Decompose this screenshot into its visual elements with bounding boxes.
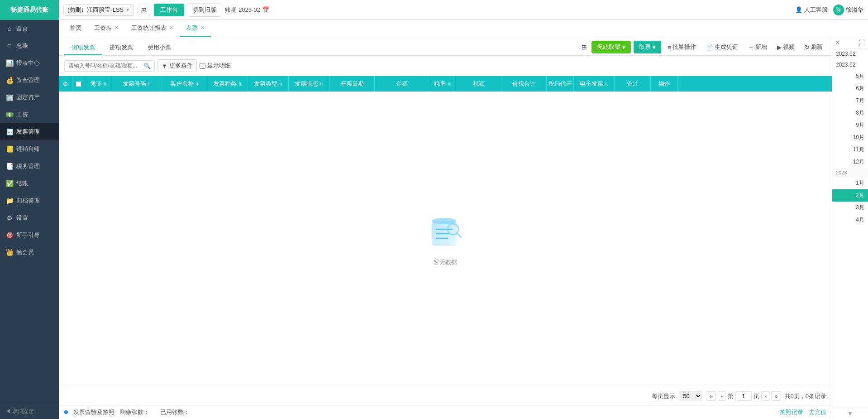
- per-page-select[interactable]: 50 100 200: [679, 391, 702, 401]
- table-footer: 每页显示 50 100 200 « ‹ 第 页 › » 共0页，0条记录: [59, 387, 832, 405]
- first-page-button[interactable]: «: [706, 391, 715, 401]
- tab-invoice[interactable]: 发票 ✕: [180, 20, 211, 37]
- date-month-10[interactable]: 10月: [832, 131, 868, 144]
- date-month-6[interactable]: 6月: [832, 82, 868, 95]
- topbar: (勿删）江西服宝-LSS ▼ ⊞ 工作台 切到旧版 账期 2023-02 📅 👤…: [59, 0, 868, 20]
- sub-tabs-actions: ⊞ 无此取票 ▾ 取票 ▾ ≡ 批量操作 📄 生成凭: [580, 41, 826, 55]
- th-voucher[interactable]: 凭证 ⇅: [85, 76, 112, 92]
- last-page-button[interactable]: »: [771, 391, 781, 401]
- company-selector[interactable]: (勿删）江西服宝-LSS ▼: [63, 4, 134, 16]
- sidebar-item-tax[interactable]: 📑 税务管理: [0, 158, 59, 175]
- tab-salary-close[interactable]: ✕: [114, 25, 119, 31]
- sidebar-item-member[interactable]: 👑 畅会员: [0, 244, 59, 261]
- sidebar-item-archive[interactable]: 📁 归档管理: [0, 192, 59, 209]
- th-customer[interactable]: 客户名称 ⇅: [162, 76, 207, 92]
- workbench-button[interactable]: 工作台: [154, 4, 184, 16]
- video-button[interactable]: ▶ 视频: [773, 41, 798, 53]
- date-month-5[interactable]: 5月: [832, 70, 868, 82]
- show-detail-check[interactable]: [200, 63, 205, 69]
- sidebar-item-assets[interactable]: 🏢 固定资产: [0, 89, 59, 106]
- tab-salary-stats-close[interactable]: ✕: [169, 25, 173, 31]
- th-tax-rate[interactable]: 税率 ⇅: [429, 76, 456, 92]
- date-month-3[interactable]: 3月: [832, 202, 868, 214]
- table-body: 暂无数据: [59, 92, 832, 387]
- date-month-11[interactable]: 11月: [832, 144, 868, 156]
- date-panel-scroll-down[interactable]: ▼: [847, 410, 854, 417]
- th-invoice-no[interactable]: 发票号码 ⇅: [112, 76, 162, 92]
- date-month-4[interactable]: 4月: [832, 214, 868, 226]
- prev-page-button[interactable]: ‹: [718, 391, 726, 401]
- show-detail-label: 显示明细: [207, 62, 231, 70]
- member-icon: 👑: [5, 249, 14, 256]
- sort-icon: ⇅: [148, 82, 151, 87]
- more-conditions-button[interactable]: ▼ 更多条件: [157, 59, 197, 72]
- archive-icon: 📁: [5, 197, 14, 204]
- sidebar-item-funds[interactable]: 💰 资金管理: [0, 72, 59, 89]
- th-invoice-type[interactable]: 发票种类 ⇅: [207, 76, 248, 92]
- customer-service[interactable]: 👤 人工客服: [795, 6, 828, 14]
- th-checkbox[interactable]: [72, 76, 85, 92]
- batch-ops-button[interactable]: ≡ 批量操作: [664, 41, 700, 53]
- invoice-panel: 销项发票 进项发票 费用小票 ⊞ 无此取票 ▾ 取票 ▾ ≡ 批量操作: [59, 37, 832, 419]
- generate-voucher-button[interactable]: 📄 生成凭证: [702, 41, 742, 53]
- user-profile[interactable]: 徐 徐溢华: [833, 5, 863, 15]
- assets-icon: 🏢: [5, 94, 14, 101]
- th-total: 价税合计: [501, 76, 547, 92]
- tab-invoice-close[interactable]: ✕: [200, 25, 205, 31]
- settings-icon: ⚙: [5, 214, 14, 222]
- tab-home[interactable]: 首页: [63, 20, 88, 37]
- get-invoice-label: 取票: [639, 43, 651, 51]
- sub-tab-receipt[interactable]: 费用小票: [140, 41, 178, 55]
- sub-tab-incoming[interactable]: 进项发票: [102, 41, 140, 55]
- sidebar-item-settings[interactable]: ⚙ 设置: [0, 209, 59, 226]
- no-invoice-button[interactable]: 无此取票 ▾: [591, 41, 631, 53]
- grid-view-icon[interactable]: ⊞: [580, 42, 589, 53]
- sidebar-item-ledger[interactable]: ≡ 总账: [0, 37, 59, 54]
- sidebar-item-reports[interactable]: 📊 报表中心: [0, 54, 59, 72]
- date-month-8[interactable]: 8月: [832, 107, 868, 119]
- sub-tabs: 销项发票 进项发票 费用小票 ⊞ 无此取票 ▾ 取票 ▾ ≡ 批量操作: [59, 37, 832, 56]
- table-header: ⚙ 凭证 ⇅ 发票号码 ⇅ 客户名称 ⇅: [59, 76, 832, 92]
- th-settings[interactable]: ⚙: [59, 76, 72, 92]
- sidebar-item-invoice[interactable]: 🧾 发票管理: [0, 123, 59, 140]
- tab-salary-stats[interactable]: 工资统计报表 ✕: [125, 20, 180, 37]
- sidebar-item-salary[interactable]: 💵 工资: [0, 106, 59, 123]
- page-number-input[interactable]: [735, 391, 752, 401]
- tab-salary-table[interactable]: 工资表 ✕: [88, 20, 125, 37]
- chevron-down-icon: ▼: [125, 7, 130, 12]
- date-month-12[interactable]: 12月: [832, 156, 868, 168]
- sub-tab-outgoing[interactable]: 销项发票: [64, 41, 102, 55]
- per-page-label: 每页显示: [652, 392, 675, 400]
- date-full-2023-02-alt[interactable]: 2023.02: [832, 59, 868, 70]
- photo-record-link[interactable]: 拍照记录: [780, 408, 803, 416]
- sidebar-item-sales-ledger[interactable]: 📒 进销台账: [0, 140, 59, 158]
- search-input[interactable]: [68, 63, 142, 69]
- settings-icon-btn[interactable]: ⊞: [138, 4, 150, 16]
- th-invoice-status[interactable]: 发票状态 ⇅: [289, 76, 329, 92]
- sidebar-item-close-accounts[interactable]: ✅ 结账: [0, 175, 59, 192]
- new-invoice-button[interactable]: ＋ 新增: [744, 41, 771, 53]
- switch-version-button[interactable]: 切到旧版: [188, 3, 221, 17]
- select-all-checkbox[interactable]: [76, 81, 81, 87]
- period-info: 账期 2023-02 📅: [225, 6, 269, 14]
- service-icon: 👤: [795, 6, 802, 13]
- th-invoice-category[interactable]: 发票类型 ⇅: [248, 76, 289, 92]
- date-month-7[interactable]: 7月: [832, 95, 868, 107]
- date-panel-expand-icon[interactable]: ⛶: [859, 39, 865, 46]
- sidebar-pin-toggle[interactable]: ◀ 取消固定: [0, 404, 59, 419]
- date-month-2-active[interactable]: 2月: [832, 189, 868, 202]
- date-month-1[interactable]: 1月: [832, 177, 868, 189]
- sidebar-item-home[interactable]: ⌂ 首页: [0, 20, 59, 37]
- date-panel-close-icon[interactable]: ✕: [835, 39, 840, 46]
- get-invoice-button[interactable]: 取票 ▾: [634, 41, 661, 53]
- next-page-button[interactable]: ›: [761, 391, 769, 401]
- show-detail-checkbox[interactable]: 显示明细: [200, 62, 231, 70]
- sort-icon: ⇅: [103, 82, 107, 87]
- recharge-link[interactable]: 去充值: [809, 408, 826, 416]
- search-container: 🔍: [64, 60, 155, 72]
- refresh-button[interactable]: ↻ 刷新: [801, 41, 826, 53]
- date-full-2023-02-top[interactable]: 2023.02: [832, 48, 868, 59]
- sidebar-item-tutorial[interactable]: 🎯 新手引导: [0, 226, 59, 244]
- th-electronic[interactable]: 电子发票 ⇅: [574, 76, 615, 92]
- date-month-9[interactable]: 9月: [832, 119, 868, 131]
